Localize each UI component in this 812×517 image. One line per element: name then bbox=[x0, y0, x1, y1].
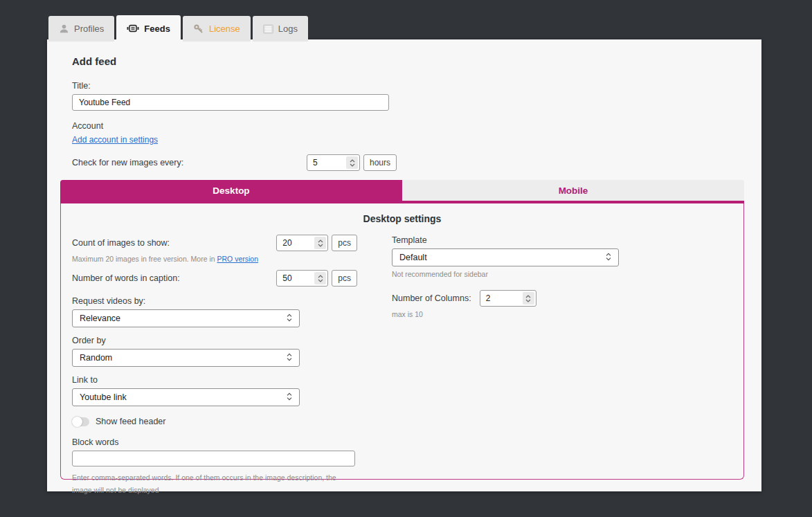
check-interval-input[interactable]: 5 bbox=[307, 154, 360, 171]
select-arrows-icon bbox=[287, 314, 292, 324]
tab-license-label: License bbox=[209, 24, 240, 34]
tab-profiles[interactable]: Profiles bbox=[48, 16, 114, 42]
pcs-unit-label: pcs bbox=[332, 235, 357, 251]
pro-version-link[interactable]: PRO version bbox=[217, 255, 259, 263]
device-settings-panel: Desktop Mobile Desktop settings Count of… bbox=[60, 180, 744, 480]
caption-words-row: Number of words in caption: 50 pcs bbox=[72, 270, 357, 287]
count-images-value: 20 bbox=[277, 238, 291, 248]
tab-feeds[interactable]: Feeds bbox=[116, 15, 181, 42]
request-videos-label: Request videos by: bbox=[72, 296, 357, 306]
template-label: Template bbox=[392, 235, 620, 245]
spinner-icon[interactable] bbox=[314, 272, 326, 284]
count-images-row: Count of images to show: 20 pcs bbox=[72, 235, 357, 251]
caption-words-value: 50 bbox=[277, 273, 291, 283]
columns-input[interactable]: 2 bbox=[480, 290, 536, 307]
link-to-select[interactable]: Youtube link bbox=[72, 388, 300, 406]
add-account-link[interactable]: Add account in settings bbox=[72, 135, 158, 145]
spinner-icon[interactable] bbox=[314, 237, 326, 249]
hours-unit-label: hours bbox=[363, 154, 397, 171]
feed-title-input[interactable] bbox=[72, 94, 389, 111]
link-to-value: Youtube link bbox=[80, 392, 127, 402]
show-feed-header-label: Show feed header bbox=[96, 417, 165, 426]
check-interval-row: Check for new images every: 5 hours bbox=[72, 154, 761, 171]
settings-right-column: Template Default Not recommended for sid… bbox=[392, 235, 620, 497]
count-images-input[interactable]: 20 bbox=[276, 235, 328, 251]
tab-license[interactable]: License bbox=[183, 16, 251, 42]
main-tab-bar: Profiles Feeds License bbox=[48, 15, 308, 42]
settings-card: Add feed Title: Account Add account in s… bbox=[47, 39, 761, 491]
select-arrows-icon bbox=[287, 392, 292, 403]
desktop-settings-body: Desktop settings Count of images to show… bbox=[60, 203, 744, 480]
columns-help: max is 10 bbox=[392, 310, 620, 318]
tab-logs-label: Logs bbox=[278, 24, 298, 34]
person-icon bbox=[59, 24, 69, 34]
free-version-note-text: Maximum 20 images in free version. More … bbox=[72, 255, 217, 263]
tab-feeds-label: Feeds bbox=[144, 24, 170, 34]
tab-desktop[interactable]: Desktop bbox=[60, 180, 402, 201]
account-label: Account bbox=[72, 121, 761, 131]
count-images-label: Count of images to show: bbox=[72, 238, 170, 248]
request-videos-value: Relevance bbox=[80, 314, 120, 323]
link-to-label: Link to bbox=[72, 375, 357, 385]
block-words-label: Block words bbox=[72, 437, 357, 447]
check-interval-label: Check for new images every: bbox=[72, 158, 307, 167]
order-by-select[interactable]: Random bbox=[72, 349, 300, 367]
key-icon bbox=[193, 24, 204, 35]
tab-logs[interactable]: Logs bbox=[253, 16, 308, 42]
select-arrows-icon bbox=[287, 353, 292, 363]
device-tab-bar: Desktop Mobile bbox=[60, 180, 744, 201]
show-feed-header-toggle-row[interactable]: Show feed header bbox=[72, 417, 357, 426]
pcs-unit-label: pcs bbox=[332, 270, 357, 287]
desktop-background: Profiles Feeds License bbox=[0, 0, 812, 517]
caption-words-label: Number of words in caption: bbox=[72, 273, 180, 283]
spinner-icon[interactable] bbox=[346, 156, 358, 169]
tab-profiles-label: Profiles bbox=[74, 24, 104, 34]
title-label: Title: bbox=[72, 81, 761, 91]
feed-icon bbox=[127, 24, 139, 33]
block-words-help: Enter comma-separated words. If one of t… bbox=[72, 471, 356, 497]
columns-label: Number of Columns: bbox=[392, 293, 471, 303]
order-by-value: Random bbox=[80, 353, 112, 363]
check-interval-value: 5 bbox=[307, 158, 318, 167]
order-by-label: Order by bbox=[72, 336, 357, 345]
desktop-settings-heading: Desktop settings bbox=[72, 203, 732, 224]
columns-row: Number of Columns: 2 bbox=[392, 290, 620, 307]
settings-left-column: Count of images to show: 20 pcs bbox=[72, 235, 357, 497]
template-select[interactable]: Default bbox=[392, 248, 619, 266]
toggle-off-icon[interactable] bbox=[72, 417, 89, 426]
free-version-note: Maximum 20 images in free version. More … bbox=[72, 255, 357, 263]
caption-words-input[interactable]: 50 bbox=[276, 270, 328, 287]
block-words-input[interactable] bbox=[72, 451, 355, 466]
select-arrows-icon bbox=[606, 253, 611, 263]
request-videos-select[interactable]: Relevance bbox=[72, 309, 300, 327]
template-help: Not recommended for sidebar bbox=[392, 270, 620, 278]
list-icon bbox=[263, 24, 273, 34]
page-title: Add feed bbox=[72, 55, 761, 67]
template-value: Default bbox=[399, 253, 427, 262]
columns-value: 2 bbox=[480, 293, 491, 303]
tab-mobile[interactable]: Mobile bbox=[402, 180, 744, 201]
spinner-icon[interactable] bbox=[523, 292, 534, 305]
